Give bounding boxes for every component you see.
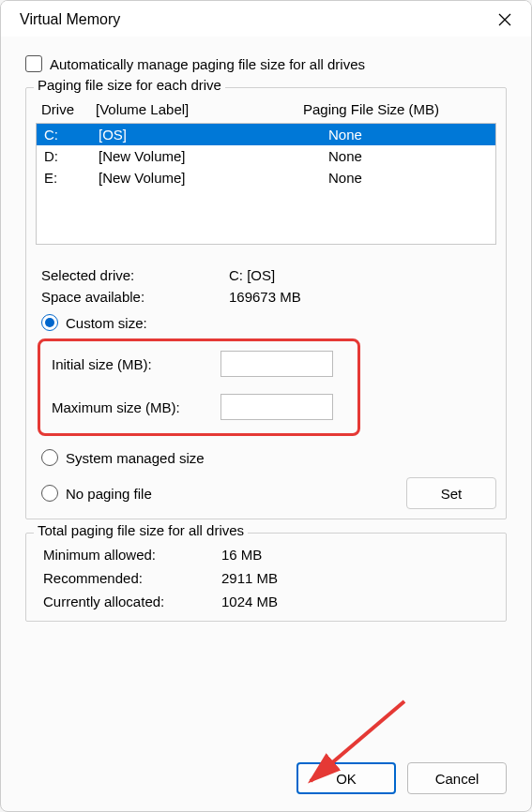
currently-allocated-label: Currently allocated:	[43, 594, 221, 609]
no-paging-label: No paging file	[66, 486, 152, 502]
paging-fieldset: Paging file size for each drive Drive [V…	[25, 87, 507, 519]
header-paging-size: Paging File Size (MB)	[303, 101, 491, 117]
drive-row-d[interactable]: D: [New Volume] None	[37, 145, 495, 167]
maximum-size-label: Maximum size (MB):	[52, 399, 220, 415]
selected-info: Selected drive: C: [OS] Space available:…	[36, 267, 496, 305]
minimum-allowed-value: 16 MB	[221, 547, 262, 563]
close-button[interactable]	[492, 7, 518, 33]
custom-size-radio[interactable]	[41, 314, 58, 331]
drive-row-c[interactable]: C: [OS] None	[37, 124, 495, 145]
window-title: Virtual Memory	[20, 11, 120, 28]
auto-manage-row: Automatically manage paging file size fo…	[25, 55, 507, 72]
system-managed-radio-row: System managed size	[36, 449, 496, 466]
auto-manage-label: Automatically manage paging file size fo…	[50, 56, 365, 72]
drive-label: [New Volume]	[99, 170, 328, 186]
selected-drive-label: Selected drive:	[41, 267, 229, 283]
ok-button[interactable]: OK	[296, 762, 396, 794]
drive-row-e[interactable]: E: [New Volume] None	[37, 167, 495, 188]
drive-list-header: Drive [Volume Label] Paging File Size (M…	[36, 98, 496, 123]
no-paging-radio[interactable]	[41, 485, 58, 502]
space-available-value: 169673 MB	[229, 289, 496, 305]
recommended-label: Recommended:	[43, 570, 221, 586]
total-fieldset: Total paging file size for all drives Mi…	[25, 533, 507, 622]
maximum-size-input[interactable]	[220, 394, 333, 420]
total-legend: Total paging file size for all drives	[34, 522, 248, 538]
titlebar: Virtual Memory	[1, 1, 531, 37]
dialog-footer: OK Cancel	[1, 751, 531, 811]
custom-size-radio-row: Custom size:	[36, 314, 496, 331]
selected-drive-value: C: [OS]	[229, 267, 496, 283]
drive-size: None	[328, 148, 488, 164]
header-volume-label: [Volume Label]	[96, 101, 303, 117]
initial-size-input[interactable]	[220, 351, 333, 377]
paging-legend: Paging file size for each drive	[34, 77, 225, 93]
close-icon	[498, 13, 511, 26]
space-available-label: Space available:	[41, 289, 229, 305]
cancel-button[interactable]: Cancel	[407, 762, 507, 794]
virtual-memory-dialog: Virtual Memory Automatically manage pagi…	[0, 0, 532, 812]
minimum-allowed-label: Minimum allowed:	[43, 547, 221, 563]
auto-manage-checkbox[interactable]	[25, 55, 42, 72]
drive-label: [OS]	[99, 127, 328, 143]
currently-allocated-value: 1024 MB	[221, 594, 278, 609]
drive-letter: C:	[44, 127, 99, 143]
no-paging-set-row: No paging file Set	[36, 477, 496, 509]
drive-letter: D:	[44, 148, 99, 164]
set-button[interactable]: Set	[406, 477, 496, 509]
drive-list[interactable]: C: [OS] None D: [New Volume] None E: [Ne…	[36, 123, 496, 245]
content-area: Automatically manage paging file size fo…	[1, 37, 531, 751]
initial-size-label: Initial size (MB):	[52, 356, 220, 372]
system-managed-label: System managed size	[66, 450, 205, 466]
recommended-value: 2911 MB	[221, 570, 278, 586]
drive-size: None	[328, 170, 488, 186]
system-managed-radio[interactable]	[41, 449, 58, 466]
header-drive: Drive	[41, 101, 96, 117]
custom-size-label: Custom size:	[66, 315, 147, 331]
highlight-annotation: Initial size (MB): Maximum size (MB):	[38, 338, 360, 436]
drive-size: None	[328, 127, 488, 143]
drive-label: [New Volume]	[99, 148, 328, 164]
drive-letter: E:	[44, 170, 99, 186]
